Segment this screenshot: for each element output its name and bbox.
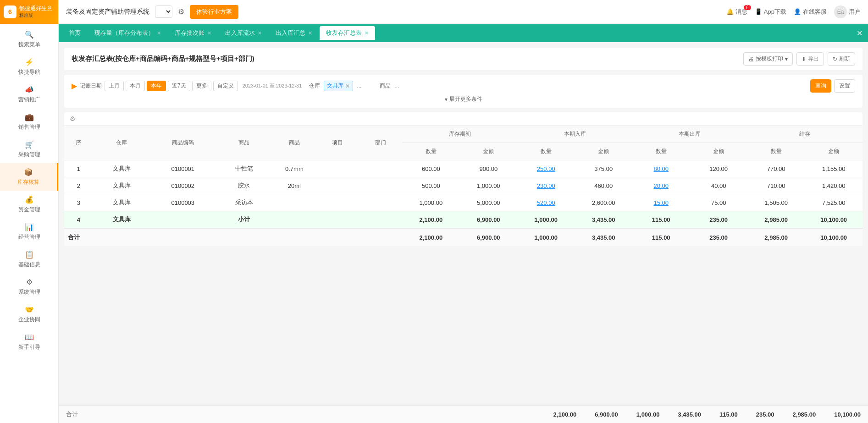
footer-label: 合计 bbox=[64, 228, 402, 246]
footer-init-amt: 6,900.00 bbox=[460, 228, 517, 246]
sidebar-item-basic[interactable]: 📋 基础信息 bbox=[0, 246, 58, 273]
cooperation-icon: 🤝 bbox=[25, 305, 34, 314]
sidebar-item-management[interactable]: 📊 经营管理 bbox=[0, 218, 58, 246]
table-cell bbox=[359, 194, 402, 211]
tab-close-icon[interactable]: ✕ bbox=[157, 30, 161, 36]
col-group-balance: 结存 bbox=[747, 126, 862, 143]
date-btn-7days[interactable]: 近7天 bbox=[168, 81, 190, 91]
tab-label: 出入库流水 bbox=[225, 29, 255, 37]
tab-summary[interactable]: 出入库汇总 ✕ bbox=[269, 26, 319, 40]
sidebar-item-finance[interactable]: 💰 资金管理 bbox=[0, 191, 58, 218]
tab-close-icon[interactable]: ✕ bbox=[365, 30, 369, 36]
sidebar-item-sales[interactable]: 💼 销售管理 bbox=[0, 108, 58, 136]
app-download-btn[interactable]: 📱 App下载 bbox=[755, 8, 786, 16]
table-cell[interactable]: 250.00 bbox=[517, 160, 575, 177]
footer-balance-qty: 2,985.00 bbox=[747, 228, 805, 246]
tab-flow[interactable]: 出入库流水 ✕ bbox=[219, 26, 268, 40]
table-cell: 3,435.00 bbox=[575, 211, 632, 229]
table-cell: 2,985.00 bbox=[747, 211, 805, 229]
notification-badge: 6 bbox=[744, 5, 751, 10]
col-in-qty: 数量 bbox=[517, 143, 575, 160]
tab-close-icon[interactable]: ✕ bbox=[258, 30, 262, 36]
sidebar-item-label: 采购管理 bbox=[18, 151, 40, 159]
tab-batch[interactable]: 库存批次账 ✕ bbox=[168, 26, 218, 40]
table-cell bbox=[273, 194, 316, 211]
table-cell: 0100001 bbox=[150, 160, 215, 177]
table-cell: 235.00 bbox=[690, 211, 747, 229]
table-cell: 1 bbox=[64, 160, 93, 177]
table-cell[interactable]: 15.00 bbox=[632, 194, 690, 211]
sidebar-item-label: 系统管理 bbox=[18, 288, 40, 296]
footer-bottom-init-amt: 6,900.00 bbox=[595, 411, 618, 418]
sidebar-item-cooperation[interactable]: 🤝 企业协同 bbox=[0, 301, 58, 328]
col-header-dept: 部门 bbox=[359, 126, 402, 160]
table-cell[interactable]: 80.00 bbox=[632, 160, 690, 177]
date-btn-this-month[interactable]: 本月 bbox=[126, 81, 145, 91]
refresh-button[interactable]: ↻ 刷新 bbox=[828, 52, 855, 66]
date-btn-more[interactable]: 更多 bbox=[192, 81, 211, 91]
query-button[interactable]: 查询 bbox=[810, 79, 831, 93]
warehouse-tag-close[interactable]: ✕ bbox=[345, 83, 350, 89]
notification-btn[interactable]: 🔔 消息 6 bbox=[726, 8, 747, 16]
system-title: 装备及固定资产辅助管理系统 bbox=[66, 8, 149, 16]
date-btn-last-month[interactable]: 上月 bbox=[105, 81, 124, 91]
sidebar-item-system[interactable]: ⚙ 系统管理 bbox=[0, 273, 58, 301]
table-cell: 文具库 bbox=[93, 160, 150, 177]
table-cell: 710.00 bbox=[747, 177, 805, 194]
sidebar-item-purchase[interactable]: 🛒 采购管理 bbox=[0, 136, 58, 163]
management-icon: 📊 bbox=[25, 223, 34, 231]
table-settings-icon[interactable]: ⚙ bbox=[70, 115, 76, 122]
settings-icon[interactable]: ⚙ bbox=[178, 7, 184, 16]
main-content: 装备及固定资产辅助管理系统 ⚙ 体验行业方案 🔔 消息 6 📱 App下载 👤 … bbox=[59, 0, 868, 423]
sidebar-item-guide[interactable]: 📖 新手引导 bbox=[0, 328, 58, 356]
sidebar-item-search[interactable]: 🔍 搜索菜单 bbox=[0, 26, 58, 53]
date-btn-this-year[interactable]: 本年 bbox=[147, 81, 166, 91]
tab-bar-close-icon[interactable]: ✕ bbox=[855, 27, 864, 39]
tab-label: 现存量（库存分布表） bbox=[94, 29, 154, 37]
table-cell[interactable]: 520.00 bbox=[517, 194, 575, 211]
user-btn[interactable]: Ea 用户 bbox=[834, 5, 861, 18]
table-cell: 2,100.00 bbox=[402, 211, 459, 229]
table-cell bbox=[359, 177, 402, 194]
refresh-icon: ↻ bbox=[833, 56, 837, 62]
warehouse-label: 仓库 bbox=[309, 82, 320, 90]
footer-bottom-out-qty: 115.00 bbox=[719, 411, 738, 418]
tab-close-icon[interactable]: ✕ bbox=[308, 30, 312, 36]
finance-icon: 💰 bbox=[25, 195, 34, 204]
print-button[interactable]: 🖨 按模板打印 ▾ bbox=[743, 52, 793, 66]
goods-more[interactable]: ... bbox=[394, 83, 399, 89]
warehouse-more[interactable]: ... bbox=[357, 83, 361, 89]
sidebar-item-quick[interactable]: ⚡ 快捷导航 bbox=[0, 53, 58, 81]
table-cell[interactable]: 20.00 bbox=[632, 177, 690, 194]
expand-conditions-button[interactable]: ▾ 展开更多条件 bbox=[445, 95, 482, 103]
online-service-btn[interactable]: 👤 在线客服 bbox=[794, 8, 827, 16]
sidebar-item-inventory[interactable]: 📦 库存核算 bbox=[0, 163, 58, 191]
table-cell: 1,000.00 bbox=[460, 177, 517, 194]
inventory-icon: 📦 bbox=[24, 168, 33, 176]
experience-button[interactable]: 体验行业方案 bbox=[190, 5, 238, 19]
sidebar-item-label: 销售管理 bbox=[18, 123, 40, 131]
export-button[interactable]: ⬇ 导出 bbox=[796, 52, 824, 66]
footer-in-amt: 3,435.00 bbox=[575, 228, 632, 246]
guide-icon: 📖 bbox=[25, 333, 34, 341]
refresh-label: 刷新 bbox=[839, 55, 850, 63]
sidebar-item-label: 经营管理 bbox=[18, 233, 40, 241]
col-in-amt: 金额 bbox=[575, 143, 632, 160]
date-btn-custom[interactable]: 自定义 bbox=[213, 81, 238, 91]
table-cell[interactable]: 230.00 bbox=[517, 177, 575, 194]
col-header-warehouse: 仓库 bbox=[93, 126, 150, 160]
settings-filter-button[interactable]: 设置 bbox=[834, 79, 855, 93]
table-cell: 小计 bbox=[215, 211, 272, 229]
expand-arrow[interactable]: ▶ bbox=[72, 82, 77, 90]
tab-close-icon[interactable]: ✕ bbox=[207, 30, 211, 36]
system-select[interactable] bbox=[155, 5, 172, 18]
table-cell: 1,505.00 bbox=[747, 194, 805, 211]
col-group-out: 本期出库 bbox=[632, 126, 747, 143]
tab-home[interactable]: 首页 bbox=[62, 26, 87, 40]
print-icon: 🖨 bbox=[748, 56, 754, 62]
tab-label: 出入库汇总 bbox=[276, 29, 305, 37]
tab-recv-send[interactable]: 收发存汇总表 ✕ bbox=[320, 26, 375, 40]
sidebar-item-marketing[interactable]: 📣 营销推广 bbox=[0, 81, 58, 108]
col-header-no: 序 bbox=[64, 126, 93, 160]
tab-inventory-dist[interactable]: 现存量（库存分布表） ✕ bbox=[88, 26, 167, 40]
